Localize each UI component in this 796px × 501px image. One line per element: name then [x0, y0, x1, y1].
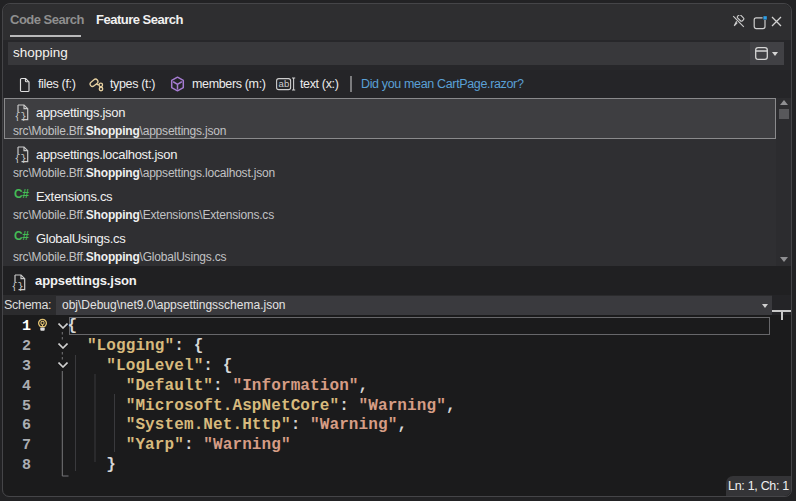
svg-text:{}: {}	[15, 154, 27, 164]
svg-text:{}: {}	[15, 112, 27, 122]
svg-text:{}: {}	[12, 282, 24, 292]
svg-text:ab: ab	[279, 78, 290, 89]
